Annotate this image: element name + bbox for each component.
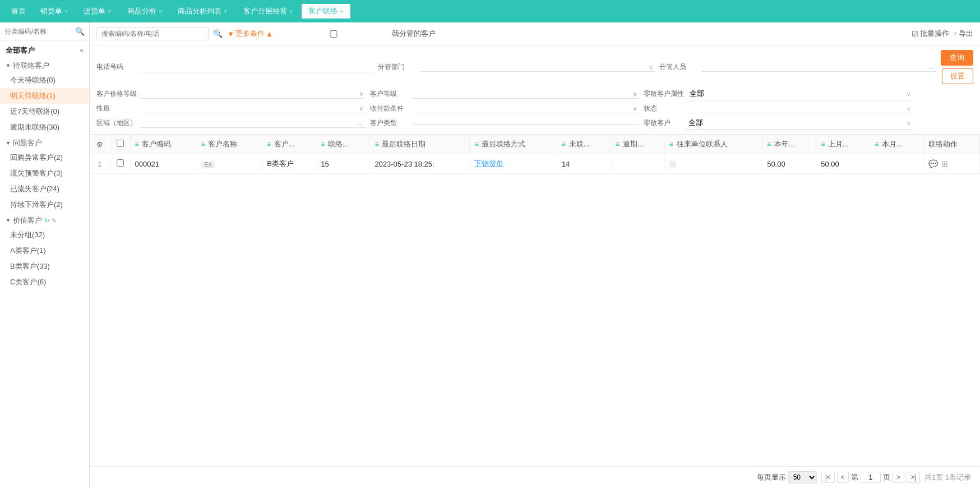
th-overdue[interactable]: ≡ 逾期... xyxy=(611,135,664,154)
nav-item-purchase[interactable]: 进货单 × xyxy=(77,4,118,19)
th-uncontacted[interactable]: ≡ 未联... xyxy=(557,135,611,154)
first-page-button[interactable]: |< xyxy=(821,472,835,483)
search-input[interactable] xyxy=(96,27,209,40)
page-size-selector: 每页显示 50 100 200 xyxy=(757,471,817,484)
batch-operation-button[interactable]: ☑ 批量操作 xyxy=(912,29,949,39)
top-navigation: 首页 销货单 × 进货单 × 商品分析 × 商品分析列表 × 客户分层经营 × … xyxy=(0,0,980,22)
customer-price-select[interactable]: ∨ xyxy=(140,90,366,99)
th-this-year[interactable]: ≡ 本年... xyxy=(762,135,816,154)
sidebar-item-repurchase-abnormal[interactable]: 回购异常客户(2) xyxy=(0,150,89,165)
close-icon[interactable]: × xyxy=(159,8,162,15)
message-icon[interactable]: 💬 xyxy=(928,159,938,168)
status-select[interactable]: ∨ xyxy=(686,104,913,113)
td-overdue xyxy=(611,154,664,174)
my-customer-checkbox[interactable]: 我分管的客户 xyxy=(278,29,436,39)
td-customer-type: B类客户 xyxy=(262,154,316,174)
filter-retail-attr: 零散客户属性 全部 ∨ xyxy=(644,88,913,100)
close-icon[interactable]: × xyxy=(289,8,293,15)
my-customer-checkbox-input[interactable] xyxy=(278,30,390,38)
chevron-down-icon: ∨ xyxy=(633,105,637,112)
close-icon[interactable]: × xyxy=(108,8,111,15)
sidebar-item-declining[interactable]: 持续下滑客户(2) xyxy=(0,197,89,213)
th-last-contact-date[interactable]: ≡ 最后联络日期 xyxy=(370,135,470,154)
th-settings[interactable]: ⚙ xyxy=(90,135,110,154)
page-size-select[interactable]: 50 100 200 xyxy=(788,471,817,484)
sidebar-item-today-contact[interactable]: 今天待联络(0) xyxy=(0,72,89,88)
next-page-button[interactable]: > xyxy=(893,472,904,483)
close-icon[interactable]: × xyxy=(340,8,343,15)
th-customer-type[interactable]: ≡ 客户... xyxy=(262,135,316,154)
th-last-month[interactable]: ≡ 上月... xyxy=(816,135,870,154)
nav-item-sales[interactable]: 销货单 × xyxy=(34,4,75,19)
nav-item-customer-segmentation[interactable]: 客户分层经营 × xyxy=(237,4,299,19)
nav-home[interactable]: 首页 xyxy=(6,4,31,19)
td-this-month xyxy=(870,154,924,174)
search-button[interactable]: 🔍 xyxy=(213,29,223,38)
area-select[interactable]: … xyxy=(140,118,366,128)
sidebar-item-class-c[interactable]: C类客户(6) xyxy=(0,274,89,290)
query-button[interactable]: 查询 xyxy=(941,50,973,66)
filter-customer-level: 客户等级 ∨ xyxy=(370,89,639,99)
settings-icon[interactable]: ⚙ xyxy=(96,140,103,149)
setting-button[interactable]: 设置 xyxy=(942,68,973,84)
content-area: 🔍 ▼ 更多条件 ▲ 我分管的客户 ☑ 批量操作 ↑ 导出 xyxy=(90,22,980,488)
page-number-input[interactable] xyxy=(861,472,881,483)
row-checkbox[interactable] xyxy=(117,159,124,167)
sidebar-item-class-a[interactable]: A类客户(1) xyxy=(0,243,89,259)
customer-level-select[interactable]: ∨ xyxy=(413,90,639,99)
select-all-checkbox[interactable] xyxy=(117,140,124,147)
action-icons: 💬 ⊞ xyxy=(928,159,975,168)
th-customer-name[interactable]: ≡ 客户名称 xyxy=(196,135,262,154)
sidebar-item-ungrouped[interactable]: 未分组(32) xyxy=(0,227,89,243)
close-icon[interactable]: × xyxy=(64,8,68,15)
payment-select[interactable]: ∨ xyxy=(413,104,639,113)
sidebar-search-input[interactable] xyxy=(4,27,73,35)
sidebar-item-class-b[interactable]: B类客户(33) xyxy=(0,259,89,274)
th-checkbox[interactable] xyxy=(110,135,130,154)
all-customers-header[interactable]: 全部客户 « xyxy=(0,41,89,58)
last-page-button[interactable]: >| xyxy=(907,472,920,483)
th-customer-code[interactable]: ≡ 客户编码 xyxy=(130,135,196,154)
td-checkbox[interactable] xyxy=(110,154,130,174)
export-button[interactable]: ↑ 导出 xyxy=(954,29,974,39)
close-icon[interactable]: × xyxy=(224,8,227,15)
data-table-container: ⚙ ≡ 客户编码 ≡ 客户名称 xyxy=(90,135,980,466)
collapse-icon: « xyxy=(80,47,84,54)
more-filter-button[interactable]: ▼ 更多条件 ▲ xyxy=(227,29,273,39)
filter-phone: 电话号码 xyxy=(96,62,373,72)
sidebar-item-churned[interactable]: 已流失客户(24) xyxy=(0,181,89,197)
nav-item-product-analysis[interactable]: 商品分析 × xyxy=(121,4,169,19)
phone-input[interactable] xyxy=(139,62,373,72)
sidebar-item-7day-contact[interactable]: 近7天待联络(0) xyxy=(0,104,89,119)
sidebar-item-overdue-contact[interactable]: 逾期未联络(30) xyxy=(0,119,89,135)
th-this-month[interactable]: ≡ 本月... xyxy=(870,135,924,154)
filter-retail-customer: 零散客户 全部 ∨ xyxy=(644,117,913,130)
sidebar-item-churn-warning[interactable]: 流失预警客户(3) xyxy=(0,165,89,181)
td-last-contact-date: 2023-05-23 18:25: xyxy=(370,154,470,174)
nav-item-customer-contact[interactable]: 客户联络 × xyxy=(302,4,350,19)
th-last-contact-method[interactable]: ≡ 最后联络方式 xyxy=(470,135,557,154)
th-contact-person[interactable]: ≡ 往来单位联系人 xyxy=(664,135,762,154)
customer-type-select[interactable] xyxy=(413,122,639,125)
edit-icon[interactable]: ✎ xyxy=(52,217,57,224)
td-contact-person xyxy=(664,154,762,174)
td-uncontacted: 14 xyxy=(557,154,611,174)
retail-attr-select[interactable]: 全部 ∨ xyxy=(687,88,913,100)
retail-customer-select[interactable]: 全部 ∨ xyxy=(686,117,913,130)
chevron-down-icon: ∨ xyxy=(907,105,910,112)
filter-status: 状态 ∨ xyxy=(644,104,913,113)
dept-select[interactable]: ∨ xyxy=(420,63,655,72)
refresh-icon[interactable]: ↻ xyxy=(44,217,49,224)
th-contact-count[interactable]: ≡ 联络... xyxy=(316,135,370,154)
person-select[interactable]: … xyxy=(702,62,936,72)
main-layout: 🔍 全部客户 « ▼ 待联络客户 今天待联络(0) 明天待联络(1) 近7天待联… xyxy=(0,22,980,488)
chevron-down-icon: ∨ xyxy=(359,105,363,112)
search-icon[interactable]: 🔍 xyxy=(75,27,85,36)
td-customer-name: Ea xyxy=(196,154,262,174)
grid-icon[interactable]: ⊞ xyxy=(941,159,948,168)
prev-page-button[interactable]: < xyxy=(837,472,849,483)
nature-select[interactable]: ∨ xyxy=(139,104,366,113)
td-last-contact-method[interactable]: 下销货单 xyxy=(470,154,557,174)
sidebar-item-tomorrow-contact[interactable]: 明天待联络(1) xyxy=(0,88,89,104)
nav-item-product-analysis-list[interactable]: 商品分析列表 × xyxy=(171,4,234,19)
